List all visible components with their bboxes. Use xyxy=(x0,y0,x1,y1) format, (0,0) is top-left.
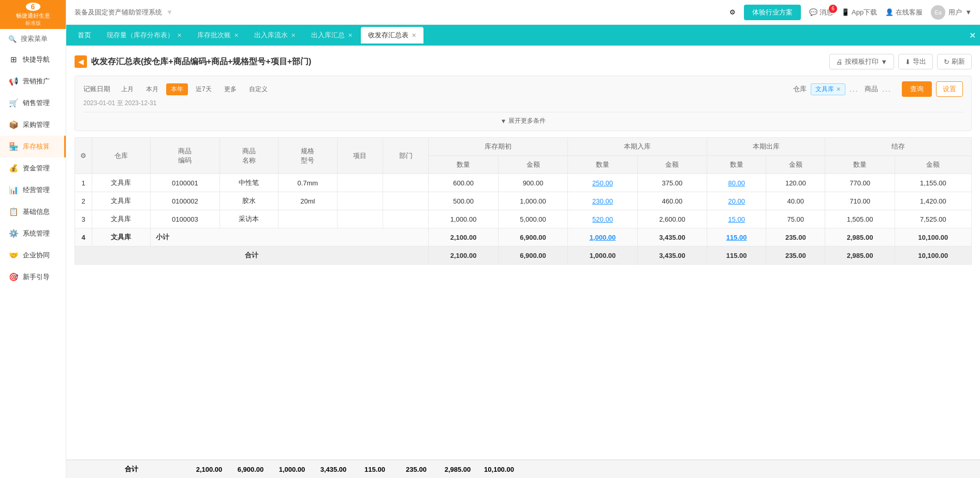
bottom-total-out-qty: 115.00 xyxy=(354,466,396,473)
query-button[interactable]: 查询 xyxy=(902,81,932,97)
tab-batch-ledger-close[interactable]: ✕ xyxy=(234,32,239,39)
sidebar-item-company[interactable]: 🤝 企业协同 xyxy=(0,244,66,266)
print-btn[interactable]: 🖨 按模板打印 ▼ xyxy=(829,54,894,69)
sub-out-qty: 115.00 xyxy=(707,228,766,247)
cell-in-qty[interactable]: 520.00 xyxy=(568,210,637,228)
expand-conditions-btn[interactable]: ▼ 展开更多条件 xyxy=(83,112,963,125)
total-open-amt: 6,900.00 xyxy=(498,247,567,265)
export-label: 导出 xyxy=(913,57,926,66)
app-download-btn[interactable]: 📱 App下载 xyxy=(841,8,877,17)
cell-warehouse: 文具库 xyxy=(92,174,151,192)
tab-batch-ledger[interactable]: 库存批次账 ✕ xyxy=(190,27,246,44)
column-settings-icon[interactable]: ⚙ xyxy=(80,152,86,160)
sidebar-item-system[interactable]: ⚙️ 系统管理 xyxy=(0,223,66,244)
sidebar-item-finance[interactable]: 💰 资金管理 xyxy=(0,157,66,179)
tab-stock-dist[interactable]: 现存量（库存分布表） ✕ xyxy=(99,27,189,44)
collapse-btn[interactable]: ◀ xyxy=(75,55,87,68)
filter-bar: 记账日期 上月 本月 本年 近7天 更多 自定义 仓库 文具库 ✕ ... xyxy=(75,76,972,131)
settings-button-filter[interactable]: 设置 xyxy=(936,81,963,97)
th-out-group: 本期出库 xyxy=(707,138,825,156)
sidebar-item-sales[interactable]: 🛒 销售管理 xyxy=(0,92,66,114)
app-download-label: App下载 xyxy=(852,8,877,17)
cell-no: 3 xyxy=(75,210,92,228)
print-icon: 🖨 xyxy=(836,58,843,66)
cell-out-qty[interactable]: 20.00 xyxy=(707,192,766,210)
user-label: 用户 xyxy=(948,8,962,17)
tabs-close-all-btn[interactable]: ✕ xyxy=(969,31,976,40)
gear-icon: ⚙ xyxy=(729,8,736,16)
sidebar-item-marketing[interactable]: 📢 营销推广 xyxy=(0,70,66,92)
total-out-amt: 235.00 xyxy=(766,247,825,265)
sidebar-item-basic-info[interactable]: 📋 基础信息 xyxy=(0,201,66,223)
th-goods-code: 商品编码 xyxy=(150,138,220,174)
cell-code: 0100003 xyxy=(150,210,220,228)
cell-spec xyxy=(278,210,337,228)
bottom-total-close-amt: 10,100.00 xyxy=(478,466,520,473)
cell-in-amt: 2,600.00 xyxy=(637,210,707,228)
tab-recv-send-label: 收发存汇总表 xyxy=(368,31,408,40)
sidebar-item-inventory[interactable]: 🏪 库存核算 xyxy=(0,136,66,157)
cell-in-amt: 375.00 xyxy=(637,174,707,192)
cell-project xyxy=(337,174,383,192)
message-btn[interactable]: 💬 消息 6 xyxy=(809,8,833,17)
refresh-btn[interactable]: ↻ 刷新 xyxy=(937,54,972,69)
cell-spec: 0.7mm xyxy=(278,174,337,192)
th-project: 项目 xyxy=(337,138,383,174)
refresh-label: 刷新 xyxy=(952,57,965,66)
tab-recv-send-close[interactable]: ✕ xyxy=(412,32,416,39)
topbar: 装备及固定资产辅助管理系统 ▼ ⚙ 体验行业方案 💬 消息 6 📱 App下载 … xyxy=(66,0,980,25)
sub-no: 4 xyxy=(75,228,92,247)
sidebar-item-label: 资金管理 xyxy=(23,164,50,173)
sidebar-item-guide[interactable]: 🎯 新手引导 xyxy=(0,266,66,288)
cell-code: 0100002 xyxy=(150,192,220,210)
print-dropdown-icon: ▼ xyxy=(881,58,887,66)
refresh-icon: ↻ xyxy=(944,58,949,66)
user-menu-btn[interactable]: Ea 用户 ▼ xyxy=(931,5,972,20)
settings-button[interactable]: ⚙ xyxy=(729,8,736,16)
sub-open-amt: 6,900.00 xyxy=(498,228,567,247)
tab-stock-dist-close[interactable]: ✕ xyxy=(177,32,182,39)
date-btn-custom[interactable]: 自定义 xyxy=(244,83,272,95)
online-service-btn[interactable]: 👤 在线客服 xyxy=(885,8,923,17)
search-menu[interactable]: 🔍 搜索菜单 xyxy=(0,29,66,49)
tab-flow-close[interactable]: ✕ xyxy=(291,32,296,39)
th-in-group: 本期入库 xyxy=(568,138,707,156)
right-actions: 🖨 按模板打印 ▼ ⬇ 导出 ↻ 刷新 xyxy=(829,54,972,69)
cell-in-qty[interactable]: 230.00 xyxy=(568,192,637,210)
guide-icon: 🎯 xyxy=(8,272,19,282)
user-dropdown-icon: ▼ xyxy=(965,8,972,16)
tab-recv-send[interactable]: 收发存汇总表 ✕ xyxy=(361,27,423,44)
sidebar-item-purchase[interactable]: 📦 采购管理 xyxy=(0,114,66,136)
cell-no: 1 xyxy=(75,174,92,192)
bottom-total-bar: 合计 2,100.00 6,900.00 1,000.00 3,435.00 1… xyxy=(66,459,980,478)
data-table: ⚙ 仓库 商品编码 商品名称 规格型号 项目 部门 库存期初 本期入库 本期出库… xyxy=(75,137,972,265)
cell-out-qty[interactable]: 15.00 xyxy=(707,210,766,228)
date-btn-this-year[interactable]: 本年 xyxy=(166,83,188,95)
sidebar-item-quick-nav[interactable]: ⊞ 快捷导航 xyxy=(0,49,66,70)
tab-summary-close[interactable]: ✕ xyxy=(348,32,353,39)
th-in-amt: 金额 xyxy=(637,156,707,174)
date-btn-7days[interactable]: 近7天 xyxy=(191,83,216,95)
th-goods-spec: 规格型号 xyxy=(278,138,337,174)
warehouse-tag-close[interactable]: ✕ xyxy=(836,86,841,93)
date-btn-more[interactable]: 更多 xyxy=(220,83,241,95)
tab-summary[interactable]: 出入库汇总 ✕ xyxy=(304,27,360,44)
sidebar-logo: 6 畅捷通好生意 标准版 xyxy=(0,0,66,29)
page-content: ◀ 收发存汇总表(按仓库+商品编码+商品+规格型号+项目+部门) 🖨 按模板打印… xyxy=(66,46,980,459)
experience-btn[interactable]: 体验行业方案 xyxy=(744,5,801,20)
date-btn-last-month[interactable]: 上月 xyxy=(116,83,138,95)
date-btn-this-month[interactable]: 本月 xyxy=(141,83,163,95)
tab-home[interactable]: 首页 xyxy=(70,27,98,44)
cell-out-qty[interactable]: 80.00 xyxy=(707,174,766,192)
cell-out-amt: 40.00 xyxy=(766,192,825,210)
goods-more-btn[interactable]: ... xyxy=(882,85,891,93)
tab-stock-dist-label: 现存量（库存分布表） xyxy=(107,31,174,40)
warehouse-tag[interactable]: 文具库 ✕ xyxy=(811,83,845,95)
warehouse-more-btn[interactable]: ... xyxy=(850,85,859,93)
sidebar-item-operations[interactable]: 📊 经营管理 xyxy=(0,179,66,201)
export-btn[interactable]: ⬇ 导出 xyxy=(898,54,933,69)
sidebar-item-label: 系统管理 xyxy=(23,229,50,238)
tab-flow[interactable]: 出入库流水 ✕ xyxy=(247,27,303,44)
cell-spec: 20ml xyxy=(278,192,337,210)
cell-in-qty[interactable]: 250.00 xyxy=(568,174,637,192)
